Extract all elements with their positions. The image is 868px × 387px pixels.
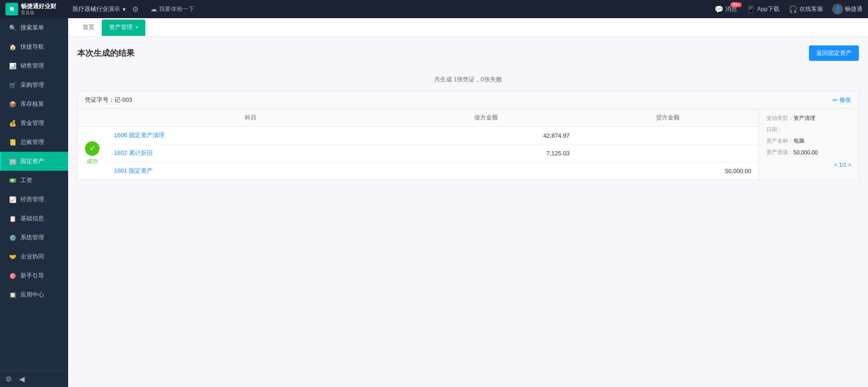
system-icon: ⚙️ <box>9 233 17 242</box>
voucher-table: 科目 借方金额 贷方金额 ✓ 成功 <box>78 109 759 180</box>
home-icon: 🏠 <box>9 43 17 51</box>
fixed-assets-icon: 🏢 <box>9 157 17 165</box>
page-title: 本次生成的结果 <box>77 48 134 59</box>
sidebar-item-operations[interactable]: 📈 经营管理 <box>0 190 68 209</box>
sidebar: 🔍 搜索菜单 🏠 快捷导航 📊 销售管理 🛒 采购管理 📦 库存核 <box>0 18 68 387</box>
row3-debit <box>395 162 577 180</box>
row1-debit: 42,874.97 <box>395 127 577 144</box>
row3-subject: 1601 固定资产 <box>107 162 395 180</box>
table-row: 1601 固定资产 50,000.00 <box>78 162 759 180</box>
row2-debit: 7,125.03 <box>395 144 577 162</box>
return-button[interactable]: 返回固定资产 <box>809 45 859 61</box>
funds-icon: 💰 <box>9 119 17 127</box>
collab-icon: 🤝 <box>9 253 17 261</box>
voucher-section: 凭证字号：记-003 ✏ 修改 科目 借方金额 <box>77 91 859 180</box>
search-icon: 🔍 <box>9 24 17 32</box>
sidebar-item-payroll[interactable]: 💵 工资 <box>0 171 68 190</box>
dropdown-icon: ▾ <box>123 6 126 13</box>
result-summary: 共生成 1张凭证，0张失败 <box>77 68 859 91</box>
sidebar-item-purchase[interactable]: 🛒 采购管理 <box>0 75 68 94</box>
logo: 畅 畅捷通好业财 普及版 <box>5 3 64 15</box>
edit-icon: ✏ <box>833 97 838 104</box>
sidebar-item-ledger[interactable]: 📒 总账管理 <box>0 133 68 152</box>
sidebar-scroll-wrap: 🔍 搜索菜单 🏠 快捷导航 📊 销售管理 🛒 采购管理 📦 库存核 <box>0 18 68 371</box>
voucher-right-panel: 变动类型： 资产清理 日期： 资产名称： 电脑 资产原值： <box>759 109 858 180</box>
sidebar-item-sales[interactable]: 📊 销售管理 <box>0 56 68 75</box>
basic-info-icon: 📋 <box>9 214 17 223</box>
message-button[interactable]: 💬 消息 99+ <box>714 5 737 14</box>
sidebar-item-system[interactable]: ⚙️ 系统管理 <box>0 228 68 247</box>
sidebar-bottom: ⚙ ◀ <box>0 371 68 387</box>
page-header: 本次生成的结果 返回固定资产 <box>77 45 859 61</box>
cloud-icon: ☁ <box>150 5 157 13</box>
success-icon: ✓ <box>85 141 99 156</box>
sales-icon: 📊 <box>9 62 17 70</box>
pagination-nav[interactable]: < 1/1 > <box>766 162 851 168</box>
change-type-value: 资产清理 <box>794 114 815 122</box>
col-debit: 借方金额 <box>395 109 577 127</box>
success-label: 成功 <box>85 158 99 165</box>
logo-icon: 畅 <box>5 3 18 15</box>
date-row: 日期： <box>766 126 851 134</box>
asset-name-row: 资产名称： 电脑 <box>766 137 851 145</box>
tab-close-button[interactable]: × <box>135 25 138 30</box>
date-label: 日期： <box>766 126 794 134</box>
page-indicator: 1/1 <box>839 162 848 168</box>
asset-value-label: 资产原值： <box>766 149 794 156</box>
voucher-header: 凭证字号：记-003 ✏ 修改 <box>78 91 858 109</box>
main-layout: 🔍 搜索菜单 🏠 快捷导航 📊 销售管理 🛒 采购管理 📦 库存核 <box>0 18 868 387</box>
row2-subject: 1602 累计折旧 <box>107 144 395 162</box>
app-download-button[interactable]: 📱 App下载 <box>746 5 779 14</box>
try-button[interactable]: ☁ 我要体验一下 <box>150 5 194 13</box>
table-row: 1602 累计折旧 7,125.03 <box>78 144 759 162</box>
change-type-row: 变动类型： 资产清理 <box>766 114 851 122</box>
asset-value-row: 资产原值： 50,000.00 <box>766 149 851 156</box>
sidebar-item-funds[interactable]: 💰 资金管理 <box>0 114 68 133</box>
asset-name-label: 资产名称： <box>766 137 794 145</box>
sidebar-item-fixed-assets[interactable]: 🏢 固定资产 <box>0 152 68 171</box>
sidebar-item-search[interactable]: 🔍 搜索菜单 <box>0 18 68 37</box>
message-icon: 💬 <box>714 5 724 14</box>
row2-credit <box>577 144 759 162</box>
download-icon: 📱 <box>746 5 755 14</box>
operations-icon: 📈 <box>9 195 17 203</box>
asset-name-value: 电脑 <box>794 137 804 145</box>
avatar: 👤 <box>832 4 843 15</box>
company-selector[interactable]: 医疗器械行业演示 ▾ <box>73 5 126 13</box>
payroll-icon: 💵 <box>9 176 17 184</box>
tab-home[interactable]: 首页 <box>75 20 102 36</box>
tab-asset-management[interactable]: 资产管理 × <box>102 20 145 36</box>
sidebar-item-guide[interactable]: 🎯 新手引导 <box>0 266 68 285</box>
voucher-number: 凭证字号：记-003 <box>85 96 132 104</box>
app-center-icon: 🔲 <box>9 291 17 299</box>
collapse-icon[interactable]: ◀ <box>19 375 25 383</box>
inventory-icon: 📦 <box>9 100 17 108</box>
col-credit: 贷方金额 <box>577 109 759 127</box>
online-service-button[interactable]: 🎧 在线客服 <box>789 5 823 14</box>
sidebar-item-quick-nav[interactable]: 🏠 快捷导航 <box>0 37 68 56</box>
edit-button[interactable]: ✏ 修改 <box>833 96 851 104</box>
sidebar-item-company-collab[interactable]: 🤝 企业协同 <box>0 247 68 266</box>
sidebar-nav: 🔍 搜索菜单 🏠 快捷导航 📊 销售管理 🛒 采购管理 📦 库存核 <box>0 18 68 371</box>
tab-bar: 首页 资产管理 × <box>68 18 868 36</box>
prev-icon[interactable]: < <box>834 162 838 168</box>
page-content: 本次生成的结果 返回固定资产 共生成 1张凭证，0张失败 凭证字号：记-003 … <box>68 36 868 387</box>
top-bar-right: 💬 消息 99+ 📱 App下载 🎧 在线客服 👤 畅捷通 <box>714 4 863 15</box>
row1-subject: 1606 固定资产清理 <box>107 127 395 144</box>
col-subject: 科目 <box>107 109 395 127</box>
sidebar-item-app-center[interactable]: 🔲 应用中心 <box>0 285 68 304</box>
sidebar-item-inventory[interactable]: 📦 库存核算 <box>0 94 68 114</box>
row3-credit: 50,000.00 <box>577 162 759 180</box>
ledger-icon: 📒 <box>9 138 17 146</box>
purchase-icon: 🛒 <box>9 81 17 89</box>
table-row: ✓ 成功 1606 固定资产清理 42,874.97 <box>78 127 759 144</box>
voucher-content-wrap: 科目 借方金额 贷方金额 ✓ 成功 <box>78 109 858 180</box>
settings-icon[interactable]: ⚙ <box>132 5 139 14</box>
logo-text: 畅捷通好业财 普及版 <box>21 3 56 15</box>
user-menu[interactable]: 👤 畅捷通 <box>832 4 863 15</box>
change-type-label: 变动类型： <box>766 114 794 122</box>
sidebar-item-basic-info[interactable]: 📋 基础信息 <box>0 209 68 228</box>
settings-bottom-icon[interactable]: ⚙ <box>5 375 12 383</box>
asset-value-value: 50,000.00 <box>794 149 818 156</box>
next-icon[interactable]: > <box>848 162 851 168</box>
